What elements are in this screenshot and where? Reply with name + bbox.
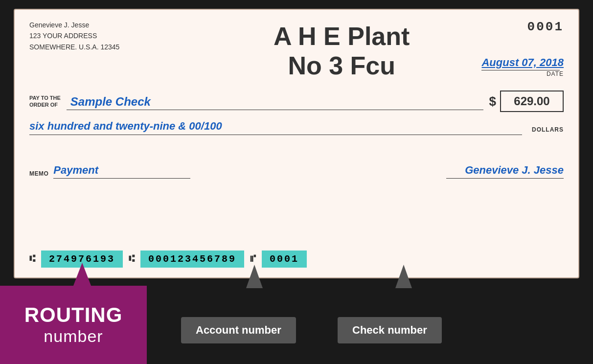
check-number-top: 0001 [527, 20, 564, 34]
payer-info: Genevieve J. Jesse 123 YOUR ADDRESS SOME… [29, 20, 119, 52]
check-number-tag: Check number [338, 317, 442, 343]
check-arrow [395, 265, 412, 288]
pay-to-value: Sample Check [70, 95, 151, 109]
bottom-bar: ROUTING number Account number Check numb… [0, 286, 593, 364]
date-label: DATE [481, 70, 564, 77]
memo-value: Payment [53, 164, 190, 179]
account-number-tag: Account number [181, 317, 296, 343]
payer-name: Genevieve J. Jesse [29, 20, 119, 30]
written-amount-section: six hundred and twenty-nine & 00/100 DOL… [29, 120, 564, 135]
routing-label-routing: ROUTING [24, 304, 123, 326]
pay-to-line: Sample Check [67, 92, 483, 110]
payer-address1: 123 YOUR ADDRESS [29, 30, 119, 41]
account-arrow [246, 265, 263, 288]
written-amount: six hundred and twenty-nine & 00/100 [29, 120, 522, 135]
check-body: 0001 Genevieve J. Jesse 123 YOUR ADDRESS… [14, 9, 579, 278]
memo-sig-section: MEMO Payment Genevieve J. Jesse [29, 164, 564, 179]
micr-equals-symbol: ⑈ [250, 253, 256, 265]
amount-box: 629.00 [500, 91, 564, 112]
payer-address2: SOMEWHERE. U.S.A. 12345 [29, 42, 119, 52]
date-value: August 07, 2018 [481, 56, 564, 69]
dollar-amount-section: $ 629.00 [489, 91, 564, 112]
micr-open-symbol: ⑆ [29, 253, 35, 265]
micr-close-symbol: ⑆ [129, 253, 135, 265]
dollar-sign: $ [489, 94, 496, 109]
micr-account: 000123456789 [140, 250, 244, 268]
routing-label-number: number [44, 327, 103, 346]
pay-section: PAY TO THEORDER OF Sample Check $ 629.00 [29, 91, 564, 112]
memo-group: MEMO Payment [29, 164, 190, 179]
signature-value: Genevieve J. Jesse [446, 164, 564, 179]
micr-check: 0001 [262, 250, 307, 268]
memo-label: MEMO [29, 170, 48, 179]
dollars-label: DOLLARS [532, 126, 564, 135]
date-section: August 07, 2018 DATE [481, 56, 564, 77]
pay-to-label: PAY TO THEORDER OF [29, 94, 61, 109]
routing-box: ROUTING number [0, 286, 147, 364]
routing-arrow [72, 263, 92, 288]
micr-section: ⑆ 274976193 ⑆ 000123456789 ⑈ 0001 [29, 250, 564, 268]
